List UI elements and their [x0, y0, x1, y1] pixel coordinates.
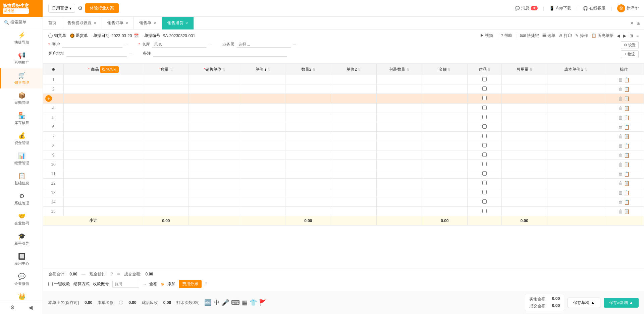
row-unit2[interactable]: [331, 132, 377, 141]
remark-input[interactable]: [153, 50, 287, 57]
row-sales-unit[interactable]: [189, 169, 240, 179]
tab-sales-return[interactable]: 销售退货 ×: [162, 17, 194, 29]
topbar-gear-icon[interactable]: ⚙: [78, 5, 83, 11]
row-pack-qty[interactable]: [376, 207, 422, 216]
row-sales-unit[interactable]: [189, 122, 240, 132]
sidebar-item-finance[interactable]: 💰 资金管理: [0, 129, 43, 149]
row-gift[interactable]: [468, 94, 502, 104]
row-cost-price[interactable]: [547, 207, 604, 216]
row-gift[interactable]: [468, 188, 502, 197]
copy-row-btn[interactable]: 📋: [624, 171, 630, 177]
row-cost-price[interactable]: [547, 113, 604, 122]
row-unit-price[interactable]: [240, 75, 285, 84]
dots-icon[interactable]: ···: [143, 282, 146, 287]
gift-checkbox[interactable]: [482, 134, 487, 138]
row-available[interactable]: [501, 160, 547, 169]
delete-row-btn[interactable]: 🗑: [618, 190, 623, 195]
row-unit-price[interactable]: [240, 141, 285, 150]
history-owe-hint[interactable]: ⓘ: [119, 300, 123, 306]
sidebar-item-sales[interactable]: 🛒 销售管理: [0, 68, 43, 88]
row-unit2[interactable]: [331, 94, 377, 104]
price-sort-icon[interactable]: ⇅: [267, 68, 270, 71]
close-all-icon[interactable]: ✕: [630, 20, 634, 26]
delete-row-btn[interactable]: 🗑: [618, 199, 623, 205]
row-qty[interactable]: [143, 141, 189, 150]
row-product[interactable]: [64, 94, 143, 104]
row-pack-qty[interactable]: [376, 150, 422, 160]
delete-row-btn[interactable]: 🗑: [618, 171, 623, 177]
row-unit-price[interactable]: [240, 84, 285, 94]
row-product[interactable]: [64, 122, 143, 132]
row-pack-qty[interactable]: [376, 197, 422, 207]
gift-checkbox[interactable]: [482, 171, 487, 176]
unit-sort-icon[interactable]: ⇅: [222, 68, 225, 71]
row-cost-price[interactable]: [547, 122, 604, 132]
gift-checkbox[interactable]: [482, 86, 487, 91]
copy-row-btn[interactable]: 📋: [624, 209, 630, 214]
row-sales-unit[interactable]: [189, 197, 240, 207]
trial-button[interactable]: 体验行业方案: [85, 3, 119, 13]
row-gift[interactable]: [468, 160, 502, 169]
row-cost-price[interactable]: [547, 132, 604, 141]
row-available[interactable]: [501, 169, 547, 179]
copy-row-btn[interactable]: 📋: [624, 115, 630, 120]
copy-row-btn[interactable]: 📋: [624, 162, 630, 167]
gift-checkbox[interactable]: [482, 115, 487, 119]
row-sales-unit[interactable]: [189, 75, 240, 84]
warehouse-input[interactable]: [152, 41, 206, 48]
delete-row-btn[interactable]: 🗑: [618, 106, 623, 111]
row-gift[interactable]: [468, 84, 502, 94]
row-qty2[interactable]: [285, 122, 331, 132]
row-amount[interactable]: [422, 169, 468, 179]
message-btn[interactable]: 💬 消息 70: [515, 5, 538, 11]
row-unit-price[interactable]: [240, 169, 285, 179]
row-unit2[interactable]: [331, 207, 377, 216]
copy-row-btn[interactable]: 📋: [624, 181, 630, 186]
delete-row-btn[interactable]: 🗑: [618, 77, 623, 82]
row-qty[interactable]: [143, 84, 189, 94]
row-qty[interactable]: [143, 94, 189, 104]
tab-sales-close[interactable]: ×: [153, 20, 156, 26]
row-pack-qty[interactable]: [376, 169, 422, 179]
sidebar-item-shortcut[interactable]: ⚡ 快捷导航: [0, 28, 43, 48]
s-icon[interactable]: 🔤: [204, 299, 212, 306]
next-icon[interactable]: ▶: [623, 34, 626, 38]
sidebar-item-system[interactable]: ⚙ 系统管理: [0, 189, 43, 209]
row-unit2[interactable]: [331, 104, 377, 113]
row-product[interactable]: [64, 104, 143, 113]
row-sales-unit[interactable]: [189, 94, 240, 104]
delete-row-btn[interactable]: 🗑: [618, 124, 623, 130]
row-available[interactable]: [501, 179, 547, 188]
fee-split-btn[interactable]: 费用分摊: [179, 280, 202, 288]
row-qty[interactable]: [143, 160, 189, 169]
row-gift[interactable]: [468, 75, 502, 84]
app-download-btn[interactable]: 📱 App下载: [549, 5, 571, 11]
logistics-side-btn[interactable]: + 物流: [621, 50, 639, 58]
delete-row-btn[interactable]: 🗑: [618, 162, 623, 167]
copy-row-btn[interactable]: 📋: [624, 134, 630, 139]
view-icon2[interactable]: ≡: [636, 34, 639, 38]
department-selector[interactable]: 日用百货 ▾: [48, 4, 75, 13]
row-sales-unit[interactable]: [189, 141, 240, 150]
row-unit2[interactable]: [331, 75, 377, 84]
row-sales-unit[interactable]: [189, 104, 240, 113]
sidebar-item-wechat[interactable]: 💬 企业微信: [0, 269, 43, 290]
account-input[interactable]: [112, 281, 139, 288]
grid-icon[interactable]: ▦: [242, 299, 248, 306]
row-qty[interactable]: [143, 122, 189, 132]
row-gift[interactable]: [468, 197, 502, 207]
row-qty[interactable]: [143, 179, 189, 188]
row-pack-qty[interactable]: [376, 160, 422, 169]
row-unit2[interactable]: [331, 84, 377, 94]
prev-icon[interactable]: ◀: [617, 34, 620, 38]
cost-sort-icon[interactable]: ⇅: [584, 68, 587, 71]
row-qty2[interactable]: [285, 75, 331, 84]
row-unit2[interactable]: [331, 179, 377, 188]
gift-checkbox[interactable]: [482, 143, 487, 147]
row-qty[interactable]: [143, 169, 189, 179]
copy-row-btn[interactable]: 📋: [624, 96, 630, 101]
row-unit-price[interactable]: [240, 150, 285, 160]
row-sales-unit[interactable]: [189, 113, 240, 122]
one-click-checkbox[interactable]: [48, 282, 53, 286]
sidebar-item-operation[interactable]: 📊 经营管理: [0, 149, 43, 169]
